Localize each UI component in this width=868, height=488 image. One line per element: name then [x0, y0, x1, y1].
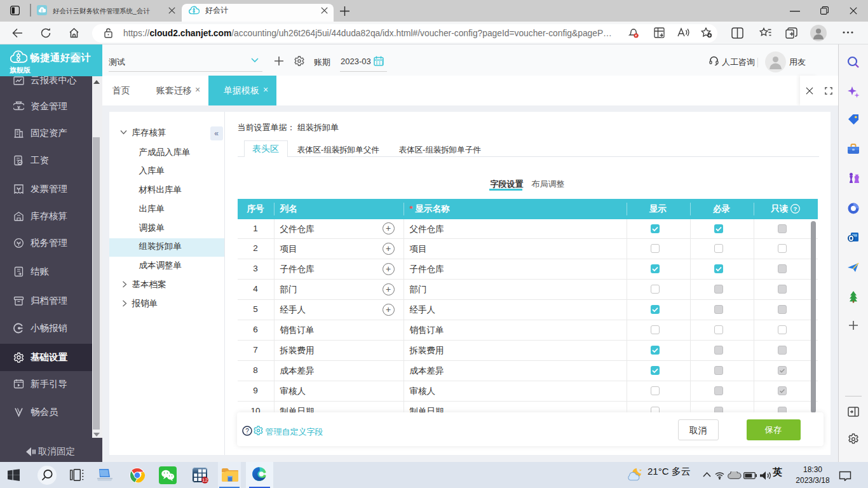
svg-text:?: ? [245, 428, 249, 435]
svg-text:12: 12 [202, 477, 208, 483]
svg-text:?: ? [794, 205, 797, 212]
